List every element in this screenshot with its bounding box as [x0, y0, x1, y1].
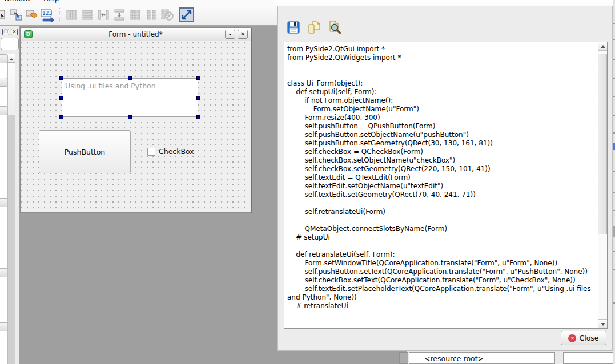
dock-close-icon[interactable]: ✕ — [11, 29, 18, 35]
resource-root-item[interactable]: <resource root> — [409, 353, 554, 363]
layout-horizontally-icon[interactable] — [63, 7, 79, 23]
toolbar-separator — [58, 8, 61, 22]
text-edit-widget[interactable]: Using .ui files and Python — [62, 78, 198, 117]
code-preview-dialog: from PySide2.QtGui import * from PySide2… — [277, 6, 613, 351]
edit-signals-slots-icon[interactable] — [8, 7, 24, 23]
save-icon[interactable] — [286, 20, 301, 35]
edit-widgets-icon[interactable] — [0, 7, 8, 23]
resize-handle[interactable] — [196, 96, 200, 100]
dock-float-icon[interactable]: ❐ — [2, 29, 9, 35]
layout-vertically-icon[interactable] — [79, 7, 95, 23]
menu-window[interactable]: Window — [3, 0, 30, 3]
scrollbar-corner — [399, 352, 408, 364]
resource-detail-panel[interactable] — [563, 352, 615, 364]
resize-handle[interactable] — [196, 115, 200, 119]
resize-handle[interactable] — [59, 76, 63, 80]
find-icon[interactable] — [327, 20, 342, 35]
check-box-widget[interactable]: CheckBox — [147, 147, 194, 156]
adjust-size-icon[interactable] — [179, 7, 195, 23]
close-button-label: Close — [579, 334, 598, 342]
generated-code[interactable]: from PySide2.QtGui import * from PySide2… — [284, 42, 598, 328]
checkbox-label: CheckBox — [159, 147, 194, 156]
code-scrollbar[interactable] — [598, 42, 607, 328]
resize-handle[interactable] — [196, 76, 200, 80]
scroll-up-icon[interactable] — [8, 55, 15, 63]
break-layout-icon[interactable] — [159, 7, 175, 23]
close-window-button[interactable]: ✕ — [238, 30, 248, 39]
layout-vertical-splitter-icon[interactable] — [111, 7, 127, 23]
copy-icon[interactable] — [306, 20, 321, 35]
menu-bar: Window Help — [0, 0, 274, 5]
svg-text:123: 123 — [42, 10, 52, 16]
resource-tree-panel[interactable]: <resource root> — [409, 352, 555, 364]
code-text-area[interactable]: from PySide2.QtGui import * from PySide2… — [284, 42, 608, 329]
right-panel-edge — [613, 0, 615, 364]
resize-handle[interactable] — [59, 96, 63, 100]
widget-box-panel: ❐ ✕ — [0, 26, 19, 364]
form-window-titlebar[interactable]: D Form - untitled* - ✕ — [21, 28, 251, 41]
widget-box-scrollbar[interactable] — [7, 55, 15, 364]
push-button-widget[interactable]: PushButton — [39, 130, 131, 173]
designer-form-icon: D — [24, 30, 33, 38]
scroll-down-icon[interactable] — [598, 319, 607, 328]
widget-category-bar[interactable] — [0, 54, 7, 63]
form-canvas[interactable]: Using .ui files and Python PushButton Ch… — [21, 42, 250, 212]
resize-handle[interactable] — [59, 115, 63, 119]
text-edit-placeholder: Using .ui files and Python — [62, 79, 198, 90]
resize-handle[interactable] — [128, 115, 132, 119]
layout-horizontal-splitter-icon[interactable] — [95, 7, 111, 23]
edit-tab-order-icon[interactable]: 123 — [40, 7, 56, 23]
close-button[interactable]: ✕ Close — [561, 331, 606, 345]
scroll-up-icon[interactable] — [598, 42, 607, 51]
form-editor-window: D Form - untitled* - ✕ Using .ui files a… — [20, 27, 251, 213]
scrollbar-thumb[interactable] — [598, 54, 607, 234]
red-x-icon: ✕ — [568, 334, 576, 342]
layout-form-icon[interactable] — [143, 7, 159, 23]
checkbox-box[interactable] — [147, 148, 155, 156]
scrollbar-thumb[interactable] — [8, 63, 15, 115]
layout-grid-icon[interactable] — [127, 7, 143, 23]
widget-category-bar[interactable] — [0, 78, 7, 87]
minimize-button[interactable]: - — [225, 30, 235, 39]
dock-splitter-handle[interactable] — [16, 244, 18, 255]
resize-handle[interactable] — [128, 76, 132, 80]
menu-help[interactable]: Help — [43, 0, 59, 3]
edit-buddies-icon[interactable] — [24, 7, 40, 23]
widget-filter-input[interactable] — [1, 38, 19, 50]
widget-category-bar[interactable] — [0, 106, 7, 115]
form-window-title: Form - untitled* — [21, 30, 251, 38]
text-edit-selection: Using .ui files and Python — [59, 76, 200, 119]
